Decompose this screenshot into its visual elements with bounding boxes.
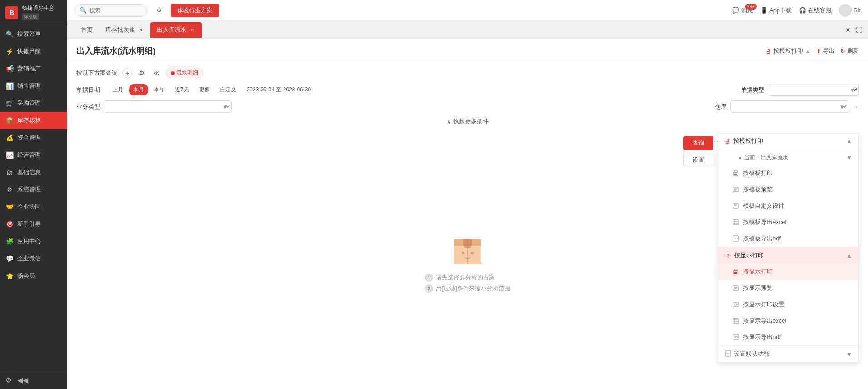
export-button[interactable]: ⬆ 导出: [816, 47, 835, 55]
last-7-days-button[interactable]: 近7天: [171, 84, 193, 95]
template-print-label: 按模板打印: [773, 47, 803, 55]
message-count: 99+: [745, 4, 757, 10]
this-year-button[interactable]: 本年: [150, 84, 169, 95]
online-service-link[interactable]: 🎧 在线客服: [799, 6, 832, 15]
tab-flow[interactable]: 出入库流水 ×: [150, 22, 202, 38]
display-excel-item[interactable]: 按显示导出excel: [718, 313, 858, 329]
sidebar-item-system[interactable]: ⚙ 系统管理: [0, 181, 67, 198]
tab-home[interactable]: 首页: [75, 22, 99, 38]
settings-icon[interactable]: ⚙: [5, 376, 12, 384]
sidebar-item-vip[interactable]: ⭐ 畅会员: [0, 267, 67, 284]
display-print-header-content: 🖨 按显示打印: [725, 251, 764, 259]
query-button[interactable]: 查询: [683, 136, 713, 150]
sidebar: B 畅捷通好生意 标准版 🔍 搜索菜单 ⚡ 快捷导航 📢 营销推广 📊 销售管理…: [0, 0, 67, 389]
search-box[interactable]: 🔍: [75, 4, 147, 17]
solution-button[interactable]: 体验行业方案: [171, 4, 219, 17]
app-download-icon: 📱: [760, 7, 768, 14]
display-print-item[interactable]: 按显示打印: [718, 264, 858, 280]
warehouse-select[interactable]: [730, 100, 848, 113]
sidebar-item-sales[interactable]: 📊 销售管理: [0, 77, 67, 95]
expand-window-button[interactable]: ⛶: [855, 26, 863, 34]
warehouse-area: 仓库 ▼ ···: [715, 100, 859, 113]
filter-add-button[interactable]: +: [122, 68, 132, 78]
close-icon[interactable]: ×: [189, 27, 195, 33]
display-pdf-label: 按显示导出pdf: [743, 333, 781, 341]
collapse-icon[interactable]: ◀◀: [17, 376, 28, 384]
this-month-button[interactable]: 本月: [129, 84, 148, 95]
sidebar-item-inventory[interactable]: 📦 库存核算: [0, 112, 67, 129]
display-print-settings-item[interactable]: 按显示打印设置: [718, 296, 858, 313]
sidebar-item-marketing[interactable]: 📢 营销推广: [0, 60, 67, 77]
sidebar-item-label: 采购管理: [17, 99, 41, 107]
export-label: 导出: [823, 47, 835, 55]
dropdown-current-section: ● 当前：出入库流水 ▼: [718, 150, 858, 165]
biz-type-select[interactable]: [105, 100, 232, 113]
filter-settings-icon[interactable]: ⚙: [137, 68, 147, 78]
collapse-button[interactable]: ∧ 收起更多条件: [76, 117, 859, 125]
sidebar-item-quick-nav[interactable]: ⚡ 快捷导航: [0, 43, 67, 60]
logo-name: 畅捷通好生意: [22, 5, 55, 12]
current-arrow-icon: ▼: [847, 155, 852, 161]
app-download-link[interactable]: 📱 App下载: [760, 6, 792, 15]
template-pdf-item[interactable]: PDF 按模板导出pdf: [718, 230, 858, 247]
sidebar-item-guide[interactable]: 🎯 新手引导: [0, 215, 67, 233]
more-options-icon[interactable]: ···: [712, 137, 718, 145]
settings-gear-icon[interactable]: ⚙: [153, 4, 165, 17]
filter-tag[interactable]: 流水明细: [166, 68, 203, 78]
dropdown-footer[interactable]: 设置默认功能 ▼: [718, 346, 858, 362]
action-buttons-area: 查询 设置: [683, 136, 713, 167]
display-print-header[interactable]: 🖨 按显示打印 ▲: [718, 247, 858, 264]
filter-collapse-icon[interactable]: ≪: [151, 68, 161, 78]
tab-batch-account[interactable]: 库存批次账 ×: [99, 22, 150, 38]
print-header-icon: 🖨: [725, 138, 731, 145]
star-icon: ⭐: [5, 272, 14, 280]
pdf-icon: PDF: [732, 235, 739, 242]
svg-rect-29: [733, 302, 738, 307]
sidebar-item-collab[interactable]: 🤝 企业协同: [0, 198, 67, 215]
message-badge[interactable]: 💬 消息 99+: [732, 6, 753, 15]
hint-text-1: 请先选择要分析的方案: [436, 274, 495, 282]
warehouse-label: 仓库: [715, 103, 727, 111]
collapse-label: 收起更多条件: [453, 117, 489, 125]
print-icon: 🖨: [766, 48, 772, 55]
tab-batch-account-label: 库存批次账: [105, 26, 135, 34]
sidebar-item-label: 销售管理: [17, 82, 41, 90]
default-function-label: 设置默认功能: [725, 350, 769, 358]
template-preview-label: 按模板预览: [743, 185, 773, 194]
voucher-type-select[interactable]: [768, 84, 859, 96]
template-print-item[interactable]: 按模板打印: [718, 165, 858, 181]
sidebar-item-basic[interactable]: 🗂 基础信息: [0, 164, 67, 181]
search-input[interactable]: [90, 7, 135, 14]
sidebar-item-operations[interactable]: 📈 经营管理: [0, 146, 67, 164]
custom-date-button[interactable]: 自定义: [216, 84, 240, 95]
default-icon: [725, 350, 731, 358]
dropdown-header-arrow-icon[interactable]: ▲: [846, 138, 852, 145]
sidebar-item-label: 新手引导: [17, 220, 41, 228]
tab-batch-account-close[interactable]: ×: [138, 27, 144, 33]
template-custom-item[interactable]: 模板自定义设计: [718, 198, 858, 214]
sidebar-item-label: 库存核算: [17, 116, 41, 125]
tab-flow-close[interactable]: ×: [189, 27, 195, 33]
sidebar-item-wechat[interactable]: 💬 企业微信: [0, 250, 67, 267]
close-window-button[interactable]: ✕: [844, 26, 852, 34]
handshake-icon: 🤝: [5, 203, 14, 211]
warehouse-more-icon[interactable]: ···: [854, 103, 859, 110]
column-settings-button[interactable]: 设置: [683, 153, 713, 167]
sidebar-item-purchase[interactable]: 🛒 采购管理: [0, 95, 67, 112]
sidebar-item-app-center[interactable]: 🧩 应用中心: [0, 233, 67, 250]
display-pdf-item[interactable]: PDF 按显示导出pdf: [718, 329, 858, 345]
user-avatar-area[interactable]: Rit: [839, 4, 861, 17]
sidebar-item-finance[interactable]: 💰 资金管理: [0, 129, 67, 146]
close-icon[interactable]: ×: [138, 27, 144, 33]
more-date-button[interactable]: 更多: [195, 84, 214, 95]
prev-month-button[interactable]: 上月: [108, 84, 127, 95]
default-function-text: 设置默认功能: [734, 350, 769, 358]
template-preview-item[interactable]: 按模板预览: [718, 181, 858, 198]
template-excel-item[interactable]: 按模板导出excel: [718, 214, 858, 230]
display-preview-item[interactable]: 按显示预览: [718, 280, 858, 296]
topbar: 🔍 ⚙ 体验行业方案 💬 消息 99+ 📱 App下载 🎧 在线客服 Rit: [67, 0, 868, 21]
template-print-button[interactable]: 🖨 按模板打印 ▲: [766, 47, 811, 55]
refresh-button[interactable]: ↻ 刷新: [840, 47, 859, 55]
logo-tag: 标准版: [22, 13, 39, 20]
sidebar-item-search[interactable]: 🔍 搜索菜单: [0, 25, 67, 43]
